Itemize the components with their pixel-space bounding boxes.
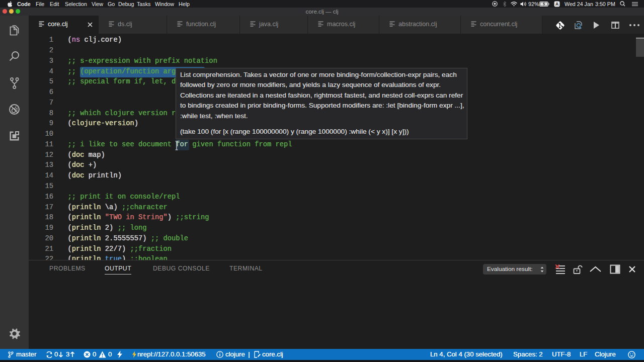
svg-text:A: A [555, 2, 558, 7]
